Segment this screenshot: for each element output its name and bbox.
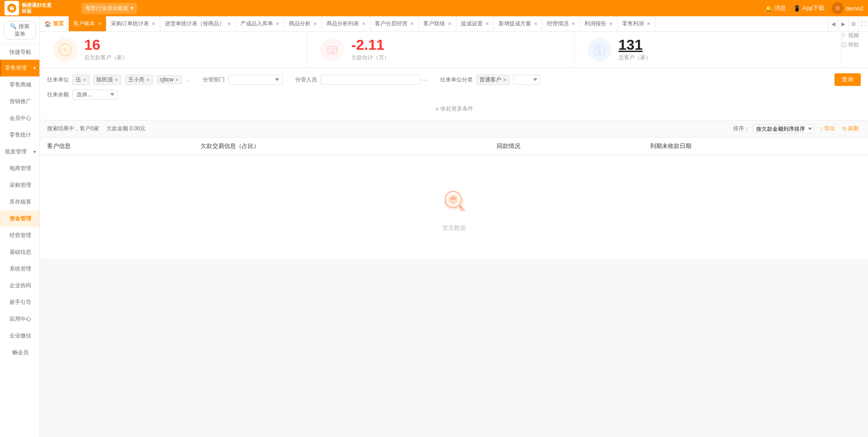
- tab-fullscreen-btn[interactable]: ⛶: [858, 16, 868, 32]
- tab-profit-report[interactable]: 利润报告 ✕: [580, 16, 618, 32]
- tab-close-icon[interactable]: ✕: [276, 21, 279, 26]
- tab-scroll-left[interactable]: ◀: [828, 16, 838, 32]
- tab-close-icon[interactable]: ✕: [362, 21, 365, 26]
- store-selector[interactable]: 母婴行业演示账套 ▾: [82, 3, 137, 14]
- messages-btn[interactable]: 🔔 消息: [765, 4, 786, 12]
- sidebar-search-btn[interactable]: 🔍 搜索菜单: [4, 21, 36, 40]
- sidebar-item-label: 资金管理: [10, 215, 31, 223]
- svg-rect-12: [597, 48, 598, 49]
- sidebar-item-retail-stats[interactable]: 零售统计: [0, 127, 39, 143]
- tab-add-plan[interactable]: 新增提成方案 ✕: [494, 16, 542, 32]
- sidebar-item-purchase-mgmt[interactable]: 采购管理: [0, 177, 39, 194]
- svg-point-15: [449, 195, 458, 204]
- tab-close-icon[interactable]: ✕: [485, 21, 489, 26]
- tag-remove-btn[interactable]: ✕: [146, 77, 150, 82]
- sidebar-item-retail-mgmt[interactable]: 零售管理 ▾: [0, 60, 39, 76]
- chevron-icon: ▾: [34, 66, 36, 71]
- sidebar-item-inventory[interactable]: 库存核算: [0, 194, 39, 210]
- sidebar-item-member-center[interactable]: 会员中心: [0, 110, 39, 127]
- export-btn[interactable]: ↑ 导出: [818, 124, 837, 133]
- refresh-btn[interactable]: ↻ 刷新: [840, 124, 861, 133]
- refresh-icon: ↻: [842, 126, 847, 132]
- filter-tag-chenminqiang: 陈民强 ✕: [93, 75, 121, 85]
- sort-select[interactable]: 按欠款金额到序排序: [753, 124, 815, 133]
- svg-text:畅: 畅: [10, 6, 14, 11]
- stat-label-clients: 总客户（家）: [619, 54, 651, 62]
- filter-unit-classify-select[interactable]: [513, 75, 541, 85]
- tab-customer-accounts[interactable]: 客户账本 ✕: [69, 16, 106, 32]
- sidebar-item-retail-mall[interactable]: 零售商城: [0, 76, 39, 93]
- tab-expand-btn[interactable]: ⊞: [848, 16, 858, 32]
- tab-ops-status[interactable]: 经营情况 ✕: [542, 16, 580, 32]
- filter-unit-classify-label: 往来单位分类: [440, 76, 473, 84]
- video-help-btn[interactable]: ▷ 视频: [841, 32, 859, 39]
- filter-row-1: 往来单位 伍 ✕ 陈民强 ✕ 王小亮 ✕: [47, 73, 861, 86]
- svg-rect-10: [597, 47, 598, 48]
- sidebar-item-marketing[interactable]: 营销推广: [0, 93, 39, 110]
- sidebar-item-app-center[interactable]: 应用中心: [0, 311, 39, 328]
- sidebar-item-enterprise[interactable]: 企业协同: [0, 277, 39, 294]
- tab-product-analysis-list[interactable]: 商品分析列表 ✕: [322, 16, 370, 32]
- tab-stock-stats[interactable]: 进货单统计表（按商品） ✕: [160, 16, 236, 32]
- sidebar-item-newbie[interactable]: 新手引导: [0, 294, 39, 311]
- tab-close-icon[interactable]: ✕: [313, 21, 317, 26]
- tab-nav-arrows: ◀ ▶ ⊞ ⛶: [828, 16, 868, 32]
- collapse-btn[interactable]: ∧ 收起更多条件: [435, 103, 473, 114]
- tag-remove-btn[interactable]: ✕: [115, 77, 118, 82]
- sidebar-item-label: 营销推广: [10, 98, 31, 105]
- tab-product-in[interactable]: 产成品入库单 ✕: [236, 16, 284, 32]
- tab-close-icon[interactable]: ✕: [534, 21, 537, 26]
- tab-reminder-settings[interactable]: 提成设置 ✕: [456, 16, 494, 32]
- page-content: ¥ 16 总欠款客户（家）: [40, 32, 868, 437]
- sidebar-item-capital-mgmt[interactable]: 资金管理: [0, 210, 39, 227]
- tab-close-icon[interactable]: ✕: [410, 21, 414, 26]
- tab-product-analysis[interactable]: 商品分析 ✕: [284, 16, 322, 32]
- tag-remove-btn[interactable]: ✕: [175, 77, 179, 82]
- stat-icon-customers: ¥: [53, 38, 77, 62]
- tab-close-icon[interactable]: ✕: [647, 21, 650, 26]
- tab-close-icon[interactable]: ✕: [98, 21, 101, 26]
- filter-tag-more[interactable]: ...: [186, 76, 190, 83]
- tab-purchase-order-stats[interactable]: 采购订单统计表 ✕: [106, 16, 160, 32]
- tab-home[interactable]: 🏠 首页: [40, 16, 69, 32]
- tab-close-icon[interactable]: ✕: [152, 21, 155, 26]
- sidebar-item-sys-mgmt[interactable]: 系统管理: [0, 261, 39, 277]
- tab-close-icon[interactable]: ✕: [609, 21, 613, 26]
- sidebar-item-enterprise-wechat[interactable]: 企业微信: [0, 328, 39, 344]
- stats-row: ¥ 16 总欠款客户（家）: [40, 32, 868, 68]
- tab-retail-profit[interactable]: 零售利润 ✕: [618, 16, 655, 32]
- filter-person-more-btn[interactable]: ···: [422, 76, 427, 83]
- filter-person-input[interactable]: [321, 75, 420, 85]
- tab-customer-segmentation[interactable]: 客户分层经营 ✕: [370, 16, 419, 32]
- tab-close-icon[interactable]: ✕: [571, 21, 575, 26]
- tag-remove-btn[interactable]: ✕: [503, 77, 507, 82]
- tag-remove-btn[interactable]: ✕: [83, 77, 86, 82]
- tab-close-icon[interactable]: ✕: [448, 21, 451, 26]
- sidebar-item-label: 批发管理: [5, 148, 27, 156]
- debt-amount-text: 欠款金额 0.00元: [106, 125, 146, 133]
- help-btn[interactable]: ⓘ 帮助: [841, 41, 859, 49]
- collapse-row: ∧ 收起更多条件: [47, 103, 861, 114]
- sidebar-quick-nav[interactable]: 快捷导航: [0, 45, 39, 60]
- logo-area: 畅 畅捷通好生意 标版: [5, 1, 77, 15]
- play-icon: ▷: [841, 32, 847, 38]
- filter-tag-wangxiaoliang: 王小亮 ✕: [125, 75, 153, 85]
- sidebar-item-vip[interactable]: 畅会员: [0, 344, 39, 361]
- sidebar-item-ecommerce[interactable]: 电商管理: [0, 160, 39, 177]
- tab-customer-contact[interactable]: 客户联络 ✕: [419, 16, 456, 32]
- sidebar-item-basic-info[interactable]: 基础信息: [0, 244, 39, 261]
- filter-balance-select[interactable]: 选择...: [72, 90, 118, 100]
- stat-values-debt: -2.11 欠款合计（万）: [351, 38, 389, 62]
- sidebar-item-batch-mgmt[interactable]: 批发管理 ▾: [0, 143, 39, 160]
- app-download-btn[interactable]: 📱 App下载: [793, 4, 825, 12]
- query-button[interactable]: 查询: [834, 73, 861, 86]
- search-result-text: 搜索结果中，客户0家: [47, 125, 99, 133]
- filter-dept-select[interactable]: [228, 75, 283, 85]
- tab-close-icon[interactable]: ✕: [227, 21, 231, 26]
- download-icon: 📱: [793, 5, 801, 12]
- sidebar-item-ops-mgmt[interactable]: 经营管理: [0, 227, 39, 244]
- stat-total-debt: -2.11 欠款合计（万）: [307, 32, 574, 67]
- tab-scroll-right[interactable]: ▶: [838, 16, 848, 32]
- user-area[interactable]: D demo2: [832, 2, 863, 14]
- svg-rect-8: [600, 47, 604, 55]
